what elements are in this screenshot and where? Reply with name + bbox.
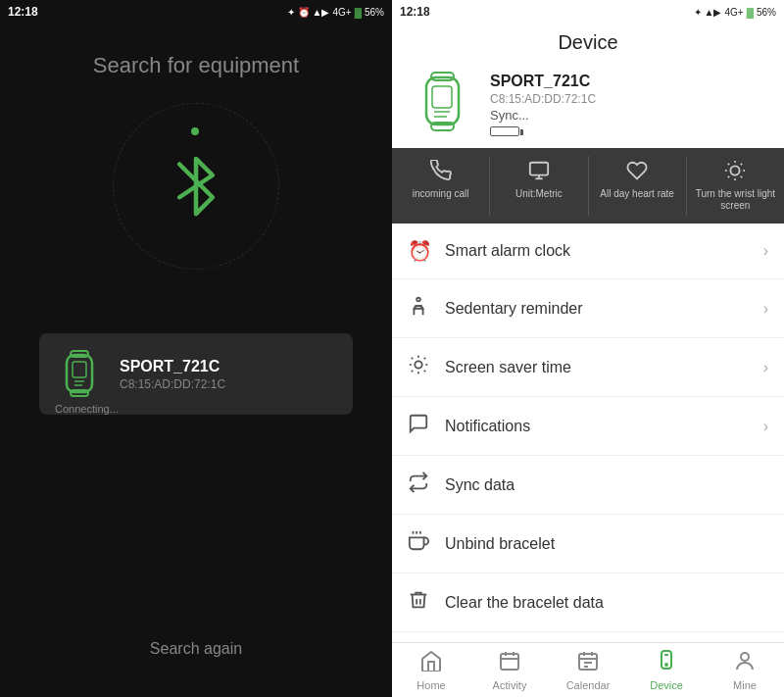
quick-action-incoming-call[interactable]: incoming call (392, 156, 490, 216)
sedentary-chevron-icon: › (763, 300, 768, 318)
nav-mine[interactable]: Mine (706, 643, 784, 697)
sync-icon (408, 472, 437, 498)
svg-line-22 (728, 176, 729, 177)
device-mac-right: C8:15:AD:DD:72:1C (490, 92, 768, 106)
heart-rate-icon (626, 160, 648, 184)
menu-item-clear[interactable]: Clear the bracelet data (392, 573, 784, 632)
menu-item-alarm[interactable]: ⏰ Smart alarm clock › (392, 224, 784, 279)
menu-item-sedentary[interactable]: Sedentary reminder › (392, 279, 784, 338)
notifications-icon (408, 413, 437, 439)
svg-rect-6 (426, 77, 459, 124)
activity-icon (498, 650, 521, 677)
device-card-left[interactable]: Connecting... SPORT_721C C8:15:AD:DD:72:… (39, 333, 353, 415)
notifications-chevron-icon: › (763, 418, 768, 435)
device-mac-left: C8:15:AD:DD:72:1C (120, 377, 337, 391)
device-label: Device (650, 679, 683, 691)
svg-point-25 (415, 361, 421, 368)
menu-item-unbind[interactable]: Unbind bracelet (392, 515, 784, 573)
menu-item-screen-saver[interactable]: Screen saver time › (392, 338, 784, 397)
menu-item-notifications[interactable]: Notifications › (392, 397, 784, 456)
alarm-icon: ⏰ (408, 239, 437, 263)
signal-icon: ▲▶ (313, 7, 330, 18)
quick-action-heart-rate[interactable]: All day heart rate (589, 156, 687, 216)
left-panel: 12:18 ✦ ⏰ ▲▶ 4G+ ▓ 56% Search for equipm… (0, 0, 392, 697)
bottom-nav: Home Activity (392, 642, 784, 697)
nav-device[interactable]: Device (627, 643, 706, 697)
calendar-icon (576, 650, 600, 677)
incoming-call-icon (430, 160, 452, 184)
menu-list: ⏰ Smart alarm clock › Sedentary reminder… (392, 224, 784, 642)
notifications-label: Notifications (445, 418, 763, 435)
unit-metric-label: Unit:Metric (515, 188, 563, 200)
calendar-label: Calendar (566, 679, 611, 691)
clear-icon (408, 589, 437, 616)
sync-status: Sync... (490, 108, 768, 123)
device-info-left: SPORT_721C C8:15:AD:DD:72:1C (120, 358, 337, 391)
svg-line-28 (412, 358, 413, 359)
right-status-time: 12:18 (400, 5, 430, 19)
wrist-light-label: Turn the wrist light screen (689, 188, 782, 212)
bt-icon-right: ✦ (694, 7, 702, 18)
svg-line-29 (424, 371, 425, 372)
heart-rate-label: All day heart rate (600, 188, 674, 200)
bluetooth-area (108, 98, 284, 274)
device-icon-left: Connecting... (55, 347, 104, 401)
screen-saver-icon (408, 354, 437, 380)
search-title: Search for equipment (93, 53, 299, 78)
device-name-right: SPORT_721C (490, 73, 768, 90)
page-title: Device (392, 24, 784, 60)
alarm-chevron-icon: › (763, 242, 768, 260)
search-again-button[interactable]: Search again (150, 640, 242, 658)
svg-line-18 (728, 164, 729, 165)
screen-saver-label: Screen saver time (445, 359, 763, 376)
battery-icon-right: ▓ (747, 7, 754, 18)
battery-percent-right: 56% (757, 7, 776, 18)
menu-item-sync[interactable]: Sync data (392, 456, 784, 515)
quick-action-wrist-light[interactable]: Turn the wrist light screen (687, 156, 784, 216)
svg-line-19 (741, 176, 742, 177)
unit-metric-icon (528, 160, 550, 184)
right-status-icons: ✦ ▲▶ 4G+ ▓ 56% (694, 7, 776, 18)
device-details: SPORT_721C C8:15:AD:DD:72:1C Sync... (490, 73, 768, 136)
sedentary-label: Sedentary reminder (445, 300, 763, 318)
left-status-icons: ✦ ⏰ ▲▶ 4G+ ▓ 56% (287, 7, 384, 18)
svg-rect-12 (530, 163, 548, 175)
left-status-time: 12:18 (8, 5, 38, 19)
unbind-icon (408, 530, 437, 557)
device-icon (655, 650, 678, 677)
unbind-label: Unbind bracelet (445, 535, 768, 553)
device-header: SPORT_721C C8:15:AD:DD:72:1C Sync... (392, 60, 784, 148)
quick-action-unit[interactable]: Unit:Metric (490, 156, 588, 216)
battery-bar (490, 126, 519, 136)
nav-activity[interactable]: Activity (470, 643, 549, 697)
alarm-label: Smart alarm clock (445, 242, 763, 260)
quick-actions-bar: incoming call Unit:Metric All day heart … (392, 148, 784, 224)
svg-rect-37 (501, 654, 518, 670)
svg-line-32 (412, 371, 413, 372)
svg-point-50 (741, 653, 749, 661)
battery-percent-left: 56% (365, 7, 384, 18)
mine-label: Mine (733, 679, 757, 691)
nav-calendar[interactable]: Calendar (549, 643, 627, 697)
clear-label: Clear the bracelet data (445, 594, 768, 612)
status-bar-left: 12:18 ✦ ⏰ ▲▶ 4G+ ▓ 56% (0, 0, 392, 24)
battery-icon-left: ▓ (355, 7, 362, 18)
activity-label: Activity (493, 679, 527, 691)
home-label: Home (416, 679, 445, 691)
sedentary-icon (408, 295, 437, 322)
svg-rect-3 (73, 362, 86, 377)
svg-rect-9 (432, 86, 452, 108)
incoming-call-label: incoming call (413, 188, 469, 200)
right-panel: 12:18 ✦ ▲▶ 4G+ ▓ 56% Device SPORT_721C C… (392, 0, 784, 697)
device-avatar (408, 70, 476, 138)
alarm-status-icon: ⏰ (298, 7, 310, 18)
wrist-light-icon (724, 160, 746, 184)
screen-saver-chevron-icon: › (763, 359, 768, 376)
status-bar-right: 12:18 ✦ ▲▶ 4G+ ▓ 56% (392, 0, 784, 24)
bluetooth-dot (191, 127, 199, 135)
mine-icon (733, 650, 757, 677)
svg-point-24 (416, 298, 420, 302)
nav-home[interactable]: Home (392, 643, 470, 697)
bluetooth-status-icon: ✦ (287, 7, 295, 18)
device-name-left: SPORT_721C (120, 358, 337, 375)
